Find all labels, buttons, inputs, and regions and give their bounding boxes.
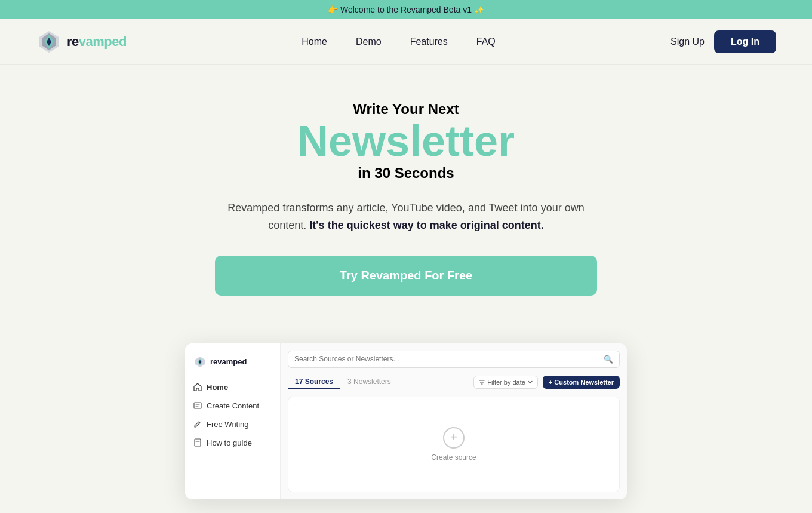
nav-links: Home Demo Features FAQ [302,36,496,47]
nav-item-features[interactable]: Features [410,36,448,47]
filter-icon [479,379,485,385]
nav-link-home[interactable]: Home [302,36,327,47]
logo-text: revamped [67,34,127,50]
banner-text: 👉 Welcome to the Revamped Beta v1 ✨ [328,5,484,14]
guide-icon [193,438,202,447]
create-icon [193,401,202,410]
svg-rect-3 [194,403,201,408]
sidebar-item-create[interactable]: Create Content [185,397,280,415]
filter-button[interactable]: Filter by date [473,376,538,389]
hero-title-line3: in 30 Seconds [358,165,454,181]
tab-sources[interactable]: 17 Sources [288,375,340,389]
app-tab-filters: Filter by date + Custom Newsletter [473,376,620,389]
app-search-bar[interactable]: 🔍 [288,351,620,368]
create-source-label: Create source [431,453,476,462]
sidebar-item-free-writing[interactable]: Free Writing [185,415,280,434]
nav-item-faq[interactable]: FAQ [476,36,496,47]
hero-subtitle: Revamped transforms any article, YouTube… [215,199,597,234]
hero-section: Write Your Next Newsletter in 30 Seconds… [0,65,812,320]
add-source-icon[interactable]: + [443,427,465,449]
nav-link-faq[interactable]: FAQ [476,36,496,47]
log-in-button[interactable]: Log In [714,30,776,53]
logo-accent: vamped [79,34,127,49]
sidebar-brand-text: revamped [210,357,247,366]
app-main-content: 🔍 17 Sources 3 Newsletters [281,343,627,499]
chevron-down-icon [528,380,533,385]
announcement-banner: 👉 Welcome to the Revamped Beta v1 ✨ [0,0,812,19]
filter-label: Filter by date [487,379,525,386]
tab-sources-label: 17 Sources [295,377,333,386]
app-window: revamped Home Create Content Free [185,343,627,499]
custom-newsletter-button[interactable]: + Custom Newsletter [543,376,620,389]
hero-title: Write Your Next Newsletter in 30 Seconds [12,101,800,182]
hero-title-newsletter: Newsletter [12,118,800,165]
tab-newsletters[interactable]: 3 Newsletters [340,375,398,389]
logo[interactable]: revamped [36,29,127,55]
sidebar-item-home[interactable]: Home [185,378,280,397]
app-tabs-row: 17 Sources 3 Newsletters Filter by date [288,375,620,389]
nav-link-demo[interactable]: Demo [356,36,382,47]
sidebar-logo: revamped [185,353,280,378]
search-icon: 🔍 [604,355,613,364]
sidebar-label-create: Create Content [207,401,259,410]
navbar: revamped Home Demo Features FAQ Sign Up … [0,19,812,65]
app-preview: revamped Home Create Content Free [0,343,812,499]
app-sidebar: revamped Home Create Content Free [185,343,281,499]
sidebar-label-guide: How to guide [207,438,252,447]
app-content-area: + Create source [288,397,620,492]
sidebar-logo-icon [193,355,207,368]
sign-up-button[interactable]: Sign Up [670,36,705,47]
tab-newsletters-label: 3 Newsletters [347,377,391,386]
cta-button[interactable]: Try Revamped For Free [215,256,597,296]
writing-icon [193,420,202,428]
hero-title-line1: Write Your Next [353,101,459,117]
nav-item-demo[interactable]: Demo [356,36,382,47]
sidebar-label-writing: Free Writing [207,420,249,429]
nav-item-home[interactable]: Home [302,36,327,47]
sidebar-label-home: Home [207,383,228,392]
sidebar-item-guide[interactable]: How to guide [185,434,280,452]
nav-link-features[interactable]: Features [410,36,448,47]
app-tabs: 17 Sources 3 Newsletters [288,375,398,389]
search-input[interactable] [294,355,600,363]
home-icon [193,383,202,391]
hero-subtitle-bold: It's the quickest way to make original c… [309,219,543,231]
logo-icon [36,29,62,55]
nav-actions: Sign Up Log In [670,30,776,53]
